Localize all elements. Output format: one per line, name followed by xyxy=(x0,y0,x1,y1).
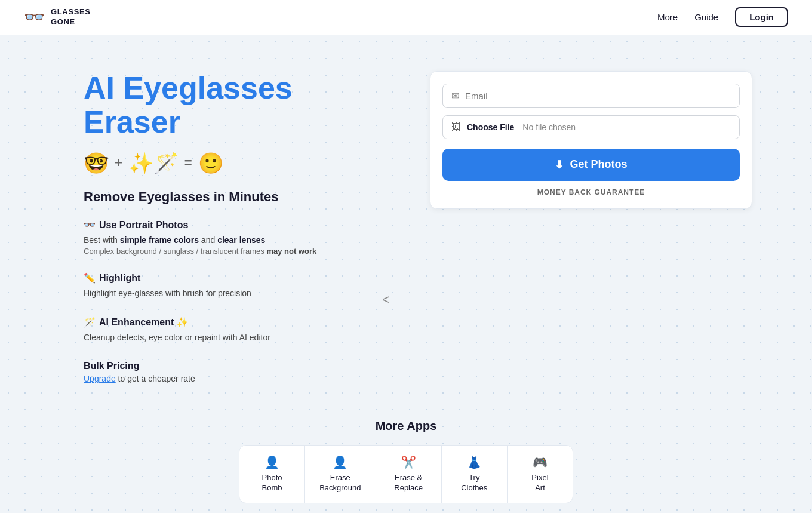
equals-symbol: = xyxy=(184,155,192,171)
hero-title: AI Eyeglasses Eraser xyxy=(84,71,394,139)
emoji-magic: ✨🪄 xyxy=(128,151,179,175)
feature-title-highlight: ✏️ Highlight xyxy=(84,272,394,284)
erase-background-label: EraseBackground xyxy=(319,473,361,493)
logo-icon: 👓 xyxy=(24,7,45,27)
erase-replace-label: Erase &Replace xyxy=(394,473,423,493)
feature-title-enhancement: 🪄 AI Enhancement ✨ xyxy=(84,317,394,328)
section-heading: Remove Eyeglasses in Minutes xyxy=(84,189,394,205)
form-card: ✉ 🖼 Choose File No file chosen ⬇ Get Pho… xyxy=(430,71,752,209)
left-column: AI Eyeglasses Eraser 🤓 + ✨🪄 = 🙂 Remove E… xyxy=(84,71,394,383)
file-icon: 🖼 xyxy=(451,122,461,133)
feature-desc-highlight: Highlight eye-glasses with brush for pre… xyxy=(84,287,394,300)
email-input-wrapper[interactable]: ✉ xyxy=(442,84,740,108)
guarantee-text: MONEY BACK GUARANTEE xyxy=(442,188,740,196)
try-clothes-label: TryClothes xyxy=(461,473,487,493)
logo[interactable]: 👓 GLASSES GONE xyxy=(24,7,91,27)
photo-bomb-label: PhotoBomb xyxy=(262,473,282,493)
emoji-glasses: 🤓 xyxy=(84,151,109,175)
bulk-pricing: Bulk Pricing Upgrade to get a cheaper ra… xyxy=(84,361,394,383)
feature-icon-portrait: 👓 xyxy=(84,219,96,231)
choose-file-button[interactable]: Choose File xyxy=(467,122,514,132)
emoji-row: 🤓 + ✨🪄 = 🙂 xyxy=(84,151,394,175)
feature-portrait: 👓 Use Portrait Photos Best with simple f… xyxy=(84,219,394,256)
login-button[interactable]: Login xyxy=(735,7,788,27)
app-erase-background[interactable]: 👤 EraseBackground xyxy=(305,446,376,503)
app-photo-bomb[interactable]: 👤 PhotoBomb xyxy=(239,446,305,503)
email-input[interactable] xyxy=(465,91,731,101)
erase-replace-icon: ✂️ xyxy=(401,455,416,469)
bulk-title: Bulk Pricing xyxy=(84,361,394,371)
feature-icon-enhancement: 🪄 xyxy=(84,317,96,328)
more-apps-section: More Apps 👤 PhotoBomb 👤 EraseBackground … xyxy=(0,407,812,513)
try-clothes-icon: 👗 xyxy=(467,455,482,469)
feature-enhancement: 🪄 AI Enhancement ✨ Cleanup defects, eye … xyxy=(84,317,394,344)
main-content: AI Eyeglasses Eraser 🤓 + ✨🪄 = 🙂 Remove E… xyxy=(0,35,812,407)
apps-bar: 👤 PhotoBomb 👤 EraseBackground ✂️ Erase &… xyxy=(239,445,573,503)
feature-note-portrait: Complex background / sunglass / transluc… xyxy=(84,247,394,256)
feature-icon-highlight: ✏️ xyxy=(84,272,96,284)
app-pixel-art[interactable]: 🎮 PixelArt xyxy=(508,446,573,503)
nav-guide[interactable]: Guide xyxy=(694,12,718,22)
emoji-smile: 🙂 xyxy=(198,151,223,175)
no-file-text: No file chosen xyxy=(522,122,576,132)
logo-text: GLASSES GONE xyxy=(51,7,91,27)
feature-title-portrait: 👓 Use Portrait Photos xyxy=(84,219,394,231)
right-column: ✉ 🖼 Choose File No file chosen ⬇ Get Pho… xyxy=(430,71,752,209)
collapse-arrow[interactable]: < xyxy=(382,292,390,308)
plus-symbol: + xyxy=(115,155,122,171)
nav-more[interactable]: More xyxy=(657,12,678,22)
feature-highlight: ✏️ Highlight Highlight eye-glasses with … xyxy=(84,272,394,300)
email-icon: ✉ xyxy=(451,90,459,102)
photo-bomb-icon: 👤 xyxy=(264,455,279,469)
header-nav: More Guide Login xyxy=(657,7,788,27)
app-try-clothes[interactable]: 👗 TryClothes xyxy=(442,446,508,503)
pixel-art-icon: 🎮 xyxy=(533,455,548,469)
app-erase-replace[interactable]: ✂️ Erase &Replace xyxy=(376,446,442,503)
file-input-wrapper[interactable]: 🖼 Choose File No file chosen xyxy=(442,115,740,139)
pixel-art-label: PixelArt xyxy=(531,473,548,493)
header: 👓 GLASSES GONE More Guide Login xyxy=(0,0,812,35)
upgrade-link[interactable]: Upgrade xyxy=(84,374,116,383)
erase-background-icon: 👤 xyxy=(333,455,347,469)
more-apps-title: More Apps xyxy=(0,419,812,433)
get-photos-button[interactable]: ⬇ Get Photos xyxy=(442,149,740,181)
download-icon: ⬇ xyxy=(555,158,564,171)
bulk-text: Upgrade to get a cheaper rate xyxy=(84,374,394,383)
feature-desc-portrait: Best with simple frame colors and clear … xyxy=(84,234,394,247)
feature-desc-enhancement: Cleanup defects, eye color or repaint wi… xyxy=(84,331,394,344)
